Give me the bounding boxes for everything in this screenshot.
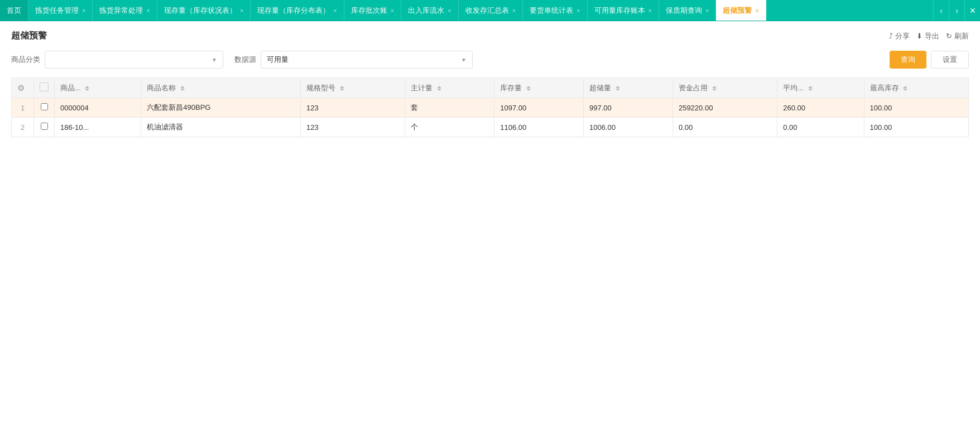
nav-item-quality-query[interactable]: 保质期查询 × xyxy=(659,0,716,21)
cell-capital-1: 0.00 xyxy=(672,118,777,137)
main-content: 超储预警 ⤴ 分享 ⬇ 导出 ↻ 刷新 商品分类 ▼ 数据源 xyxy=(0,21,980,446)
gear-icon[interactable]: ⚙ xyxy=(17,83,25,93)
page-header: 超储预警 ⤴ 分享 ⬇ 导出 ↻ 刷新 xyxy=(11,30,969,42)
th-inventory[interactable]: 库存量 xyxy=(494,78,584,98)
sort-up-icon xyxy=(85,86,89,88)
nav-close-inout-flow[interactable]: × xyxy=(448,7,451,14)
col-unit-label: 主计量 xyxy=(411,84,433,92)
col-capital-label: 资金占用 xyxy=(679,84,708,92)
sort-down-icon xyxy=(526,89,531,91)
row-checkbox-1[interactable] xyxy=(41,123,48,130)
th-avg[interactable]: 平均... xyxy=(777,78,864,98)
datasource-select-value: 可用量 xyxy=(267,55,289,65)
category-filter: 商品分类 ▼ xyxy=(11,51,223,69)
th-max-inventory[interactable]: 最高库存 xyxy=(864,78,968,98)
share-button[interactable]: ⤴ 分享 xyxy=(889,31,910,41)
sort-capital[interactable] xyxy=(712,86,717,91)
th-product-code[interactable]: 商品... xyxy=(55,78,141,98)
sort-unit[interactable] xyxy=(437,86,441,91)
sort-inventory[interactable] xyxy=(526,86,531,91)
sort-down-icon xyxy=(180,89,185,91)
cell-product-code-1: 186-10... xyxy=(55,118,141,137)
cell-avg-0: 260.00 xyxy=(777,98,864,118)
datasource-select[interactable]: 可用量 ▼ xyxy=(261,51,473,69)
cell-spec-1: 123 xyxy=(301,118,405,137)
nav-close-avail-ledger[interactable]: × xyxy=(648,7,652,14)
table-body: 1 0000004 六配套新昌490BPG 123 套 1097.00 997.… xyxy=(12,98,969,137)
nav-arrow-left[interactable]: ‹ xyxy=(933,0,949,21)
nav-label-inventory-status: 现存量（库存状况表） xyxy=(164,6,237,16)
cell-unit-0: 套 xyxy=(405,98,494,118)
cell-max-inventory-1: 100.00 xyxy=(864,118,968,137)
nav-close-inventory-status[interactable]: × xyxy=(240,7,243,14)
th-capital[interactable]: 资金占用 xyxy=(672,78,777,98)
sort-product-code[interactable] xyxy=(85,86,89,91)
category-select[interactable]: ▼ xyxy=(45,51,223,69)
th-spec[interactable]: 规格型号 xyxy=(301,78,405,98)
nav-item-avail-ledger[interactable]: 可用量库存账本 × xyxy=(588,0,659,21)
cell-check-1 xyxy=(34,118,55,137)
settings-button[interactable]: 设置 xyxy=(931,51,969,69)
nav-item-home[interactable]: 首页 xyxy=(0,0,28,21)
th-unit[interactable]: 主计量 xyxy=(405,78,494,98)
nav-item-overstock[interactable]: 超储预警 × xyxy=(716,0,766,21)
sort-up-icon xyxy=(180,86,185,88)
row-checkbox-0[interactable] xyxy=(41,103,48,110)
sort-down-icon xyxy=(85,89,89,91)
col-product-name-label: 商品名称 xyxy=(147,84,176,92)
export-label: 导出 xyxy=(925,31,939,41)
refresh-button[interactable]: ↻ 刷新 xyxy=(946,31,969,41)
sort-product-name[interactable] xyxy=(180,86,185,91)
cell-spec-0: 123 xyxy=(301,98,405,118)
sort-up-icon xyxy=(712,86,717,88)
nav-item-pick-task[interactable]: 拣货任务管理 × xyxy=(28,0,93,21)
cell-avg-1: 0.00 xyxy=(777,118,864,137)
nav-close-recv-summary[interactable]: × xyxy=(512,7,516,14)
sort-down-icon xyxy=(808,89,813,91)
export-button[interactable]: ⬇ 导出 xyxy=(916,31,939,41)
sort-down-icon xyxy=(616,89,620,91)
th-overstock[interactable]: 超储量 xyxy=(584,78,673,98)
filter-row: 商品分类 ▼ 数据源 可用量 ▼ 查询 设置 xyxy=(11,51,969,69)
nav-close-inventory-dist[interactable]: × xyxy=(333,7,337,14)
sort-up-icon xyxy=(526,86,531,88)
nav-arrow-right[interactable]: › xyxy=(949,0,964,21)
nav-item-order-stats[interactable]: 要货单统计表 × xyxy=(523,0,587,21)
th-checkbox xyxy=(34,78,55,98)
col-product-code-label: 商品... xyxy=(60,84,81,92)
sort-max-inventory[interactable] xyxy=(903,86,907,91)
top-navigation: 首页 拣货任务管理 × 拣货异常处理 × 现存量（库存状况表） × 现存量（库存… xyxy=(0,0,980,21)
nav-item-recv-summary[interactable]: 收发存汇总表 × xyxy=(459,0,523,21)
query-button[interactable]: 查询 xyxy=(890,51,926,69)
nav-item-pick-exception[interactable]: 拣货异常处理 × xyxy=(93,0,157,21)
nav-close-batch-ledger[interactable]: × xyxy=(391,7,394,14)
nav-close-overstock[interactable]: × xyxy=(755,7,758,14)
select-all-checkbox[interactable] xyxy=(40,83,49,91)
sort-up-icon xyxy=(340,86,344,88)
datasource-label: 数据源 xyxy=(234,55,256,65)
nav-close-quality-query[interactable]: × xyxy=(705,7,709,14)
sort-avg[interactable] xyxy=(808,86,813,91)
nav-close-order-stats[interactable]: × xyxy=(577,7,580,14)
nav-item-inout-flow[interactable]: 出入库流水 × xyxy=(401,0,458,21)
datasource-filter: 数据源 可用量 ▼ xyxy=(234,51,473,69)
th-product-name[interactable]: 商品名称 xyxy=(141,78,301,98)
nav-item-inventory-status[interactable]: 现存量（库存状况表） × xyxy=(157,0,251,21)
sort-up-icon xyxy=(437,86,441,88)
sort-overstock[interactable] xyxy=(616,86,620,91)
nav-item-inventory-dist[interactable]: 现存量（库存分布表） × xyxy=(251,0,344,21)
nav-label-inout-flow: 出入库流水 xyxy=(408,6,444,16)
nav-close-pick-exception[interactable]: × xyxy=(146,7,150,14)
cell-check-0 xyxy=(34,98,55,118)
nav-arrow-close[interactable]: ✕ xyxy=(964,0,980,21)
nav-label-pick-exception: 拣货异常处理 xyxy=(99,6,143,16)
filter-actions: 查询 设置 xyxy=(890,51,969,69)
nav-close-pick-task[interactable]: × xyxy=(82,7,85,14)
page-title: 超储预警 xyxy=(11,30,47,42)
col-avg-label: 平均... xyxy=(783,84,804,92)
nav-label-order-stats: 要货单统计表 xyxy=(530,6,573,16)
sort-spec[interactable] xyxy=(340,86,344,91)
data-table: ⚙ 商品... 商品名称 xyxy=(11,77,969,137)
refresh-icon: ↻ xyxy=(946,32,952,40)
nav-item-batch-ledger[interactable]: 库存批次账 × xyxy=(344,0,401,21)
